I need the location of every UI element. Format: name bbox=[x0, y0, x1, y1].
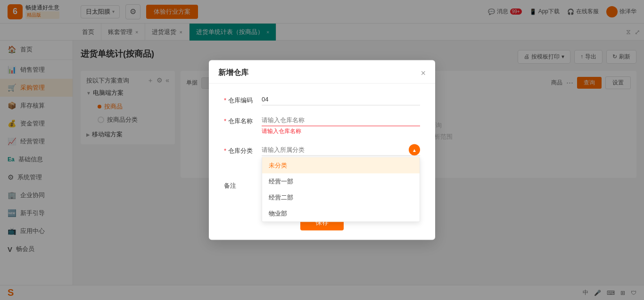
new-warehouse-modal: 新增仓库 × 仓库编码 仓库名称 请输入仓库名称 仓库分类 ▲ bbox=[209, 60, 435, 240]
dropdown-item-unclassified[interactable]: 未分类 bbox=[262, 158, 420, 174]
form-row-category: 仓库分类 ▲ 未分类 经营一部 经营二部 物业部 bbox=[224, 144, 420, 156]
modal-close-icon[interactable]: × bbox=[421, 68, 426, 77]
category-dropdown: 未分类 经营一部 经营二部 物业部 bbox=[262, 157, 420, 222]
dropdown-item-dept1[interactable]: 经营一部 bbox=[262, 174, 420, 190]
form-row-code: 仓库编码 bbox=[224, 93, 420, 106]
name-label: 仓库名称 bbox=[224, 114, 262, 125]
code-label: 仓库编码 bbox=[224, 93, 262, 105]
code-input[interactable] bbox=[262, 93, 420, 106]
category-select-wrapper: ▲ 未分类 经营一部 经营二部 物业部 bbox=[262, 144, 420, 156]
modal-header: 新增仓库 × bbox=[209, 60, 435, 84]
name-error-msg: 请输入仓库名称 bbox=[262, 127, 420, 135]
category-label: 仓库分类 bbox=[224, 144, 262, 155]
dropdown-item-dept2[interactable]: 经营二部 bbox=[262, 190, 420, 206]
modal-body: 仓库编码 仓库名称 请输入仓库名称 仓库分类 ▲ 未分类 经营一部 bbox=[209, 84, 435, 209]
name-input[interactable] bbox=[262, 114, 420, 126]
name-field: 请输入仓库名称 bbox=[262, 114, 420, 135]
category-dropdown-arrow-icon[interactable]: ▲ bbox=[409, 144, 420, 156]
category-input[interactable] bbox=[262, 144, 420, 156]
remarks-label: 备注 bbox=[224, 179, 262, 190]
form-row-name: 仓库名称 请输入仓库名称 bbox=[224, 114, 420, 135]
code-field bbox=[262, 93, 420, 106]
modal-title: 新增仓库 bbox=[218, 68, 248, 78]
dropdown-item-dept3[interactable]: 物业部 bbox=[262, 206, 420, 222]
